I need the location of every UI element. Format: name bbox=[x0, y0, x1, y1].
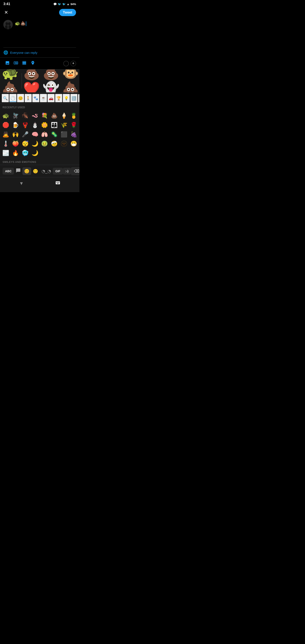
stickers-button[interactable]: 🙂 bbox=[31, 167, 40, 175]
emoji-black[interactable]: ⬛ bbox=[59, 130, 69, 139]
svg-point-2 bbox=[8, 22, 10, 25]
tab-travel[interactable]: 🚗 bbox=[48, 94, 55, 102]
big-emoji-2[interactable]: 💩👻 bbox=[42, 72, 61, 90]
tab-smileys[interactable]: 😊 bbox=[17, 94, 24, 102]
tab-symbols[interactable]: 🔣 bbox=[70, 94, 78, 102]
reply-label: Everyone can reply bbox=[10, 51, 37, 54]
tab-activities[interactable]: 🏆 bbox=[55, 94, 62, 102]
toolbar-icons bbox=[4, 59, 62, 68]
tab-animals[interactable]: 🐾 bbox=[32, 94, 40, 102]
tab-food[interactable]: ☕ bbox=[40, 94, 47, 102]
svg-rect-4 bbox=[8, 26, 11, 29]
svg-point-1 bbox=[6, 22, 8, 25]
tab-recent[interactable]: 🕐 bbox=[9, 94, 16, 102]
big-emoji-3[interactable]: 🐵💩 bbox=[62, 72, 80, 90]
big-emoji-1[interactable]: 💩❤️ bbox=[23, 72, 42, 90]
globe-icon: 🌐 bbox=[4, 50, 8, 55]
emoji-beers[interactable]: 🍺 bbox=[10, 120, 20, 130]
keyboard-row: ABC 😊 🙂 ◔_◔ GIF :-) ⌫ bbox=[0, 165, 80, 177]
emoji-sheaf[interactable]: 🌾 bbox=[59, 120, 69, 130]
close-button[interactable]: ✕ bbox=[4, 9, 9, 16]
text-cursor bbox=[26, 22, 26, 26]
category-tabs: 🔍 🕐 😊 🚶 🐾 ☕ 🚗 🏆 💡 🔣 🏳 bbox=[0, 92, 80, 104]
tab-objects[interactable]: 💡 bbox=[63, 94, 70, 102]
emoji-moon[interactable]: 🌙 bbox=[30, 148, 40, 158]
emoji-snowman[interactable]: ⛄ bbox=[30, 120, 40, 130]
location-button[interactable] bbox=[29, 59, 37, 68]
emoji-hurt[interactable]: 🤕 bbox=[49, 139, 59, 148]
notification-icon: 💬 bbox=[54, 2, 57, 6]
status-time: 3:41 bbox=[4, 2, 10, 6]
compose-text-field[interactable]: 🐢💩 bbox=[15, 20, 76, 45]
emoji-lobster[interactable]: 🦞 bbox=[20, 120, 30, 130]
emoji-flower[interactable]: 🌼 bbox=[40, 120, 50, 130]
tab-people[interactable]: 🚶 bbox=[24, 94, 32, 102]
recent-emoji-grid: 🐢 🪰 🪳 🪱 💐 💩 🍦 🍍 🛑 🍺 🦞 ⛄ 🌼 👨‍👩‍👦 🌾 🌹 🙇 🙌 … bbox=[0, 110, 80, 158]
emoji-keyboard-button[interactable]: 😊 bbox=[22, 167, 31, 175]
emoji-bow[interactable]: 🙇 bbox=[1, 130, 10, 139]
emoji-sleepy[interactable]: 😴 bbox=[20, 139, 30, 148]
emoji-pineapple[interactable]: 🍍 bbox=[69, 111, 78, 120]
status-bar: 3:41 💬 🐦 🐦 ▲ 94% bbox=[0, 0, 80, 7]
emoji-dotted-face[interactable]: 🫥 bbox=[59, 139, 69, 148]
emoji-brain[interactable]: 🧠 bbox=[30, 130, 40, 139]
emoji-fog[interactable]: 🌫️ bbox=[1, 148, 10, 158]
emoji-turtle[interactable]: 🐢 bbox=[1, 111, 10, 120]
battery-icon: 94% bbox=[70, 2, 76, 6]
big-emoji-0[interactable]: 🐢💩 bbox=[2, 72, 20, 90]
kaomoji-button[interactable]: ◔_◔ bbox=[40, 167, 53, 175]
tab-flags[interactable]: 🏳 bbox=[78, 94, 80, 102]
avatar-image bbox=[4, 20, 13, 29]
emoji-mask[interactable]: 😷 bbox=[69, 139, 78, 148]
emoji-stop[interactable]: 🛑 bbox=[1, 120, 10, 130]
emoji-picker: 🐢💩 💩❤️ 💩👻 🐵💩 💩 🔍 🕐 😊 🚶 🐾 ☕ 🚗 🏆 💡 🔣 🏳 REC… bbox=[0, 70, 80, 192]
poll-button[interactable] bbox=[20, 59, 28, 68]
emoji-thermometer[interactable]: 🌡️ bbox=[1, 139, 10, 148]
emoji-grapes[interactable]: 🍇 bbox=[69, 130, 78, 139]
svg-rect-0 bbox=[4, 20, 13, 29]
reply-setting[interactable]: 🌐 Everyone can reply bbox=[0, 48, 80, 58]
compose-area: 🐢💩 bbox=[0, 18, 80, 48]
emoji-mic[interactable]: 🎤 bbox=[20, 130, 30, 139]
signal-icon: ▲ bbox=[67, 2, 70, 6]
abc-button[interactable]: ABC bbox=[2, 168, 14, 174]
sticker-button[interactable] bbox=[14, 167, 22, 176]
emoji-poop[interactable]: 💩 bbox=[49, 111, 59, 120]
tweet-text: 🐢💩 bbox=[15, 21, 26, 26]
keyboard-switch-button[interactable] bbox=[54, 179, 62, 188]
emoji-peach[interactable]: 🍑 bbox=[10, 139, 20, 148]
emoji-raised-hands[interactable]: 🙌 bbox=[10, 130, 20, 139]
emoji-big-row: 🐢💩 💩❤️ 💩👻 🐵💩 💩 bbox=[0, 70, 80, 92]
emoji-cold-face[interactable]: 🥶 bbox=[20, 148, 30, 158]
emoji-icecream[interactable]: 🍦 bbox=[59, 111, 69, 120]
emoji-fly[interactable]: 🪰 bbox=[10, 111, 20, 120]
emoji-fire[interactable]: 🔥 bbox=[10, 148, 20, 158]
emoji-microbe[interactable]: 🦠 bbox=[49, 130, 59, 139]
photo-button[interactable] bbox=[4, 59, 12, 68]
emoji-rose[interactable]: 🌹 bbox=[69, 120, 78, 130]
tweet-button[interactable]: Tweet bbox=[59, 9, 76, 16]
emoji-bouquet[interactable]: 💐 bbox=[40, 111, 50, 120]
kaomoji-text-button[interactable]: :-) bbox=[63, 168, 71, 174]
add-tweet-button[interactable]: + bbox=[70, 61, 76, 66]
backspace-button[interactable]: ⌫ bbox=[71, 167, 80, 175]
gif-keyboard-button[interactable]: GIF bbox=[53, 168, 63, 174]
emoji-cockroach[interactable]: 🪳 bbox=[20, 111, 30, 120]
smileys-section-label: SMILEYS AND EMOTIONS bbox=[0, 158, 80, 165]
emoji-crescent[interactable]: 🌙 bbox=[30, 139, 40, 148]
gif-button[interactable] bbox=[12, 59, 20, 68]
emoji-nausea[interactable]: 🤢 bbox=[40, 139, 50, 148]
recent-section-label: RECENTLY USED bbox=[0, 104, 80, 110]
twitter-icon: 🐦 bbox=[58, 2, 61, 6]
emoji-family[interactable]: 👨‍👩‍👦 bbox=[49, 120, 59, 130]
emoji-lungs[interactable]: 🫁 bbox=[40, 130, 50, 139]
avatar bbox=[4, 20, 13, 29]
hide-keyboard-button[interactable]: ▼ bbox=[18, 180, 25, 188]
emoji-row-divider bbox=[22, 73, 22, 88]
top-bar: ✕ Tweet bbox=[0, 7, 80, 18]
emoji-worm[interactable]: 🪱 bbox=[30, 111, 40, 120]
tab-search[interactable]: 🔍 bbox=[2, 94, 9, 102]
status-icons: 💬 🐦 🐦 ▲ 94% bbox=[54, 2, 76, 6]
bottom-nav: ▼ bbox=[0, 177, 80, 192]
progress-circle bbox=[63, 61, 69, 66]
